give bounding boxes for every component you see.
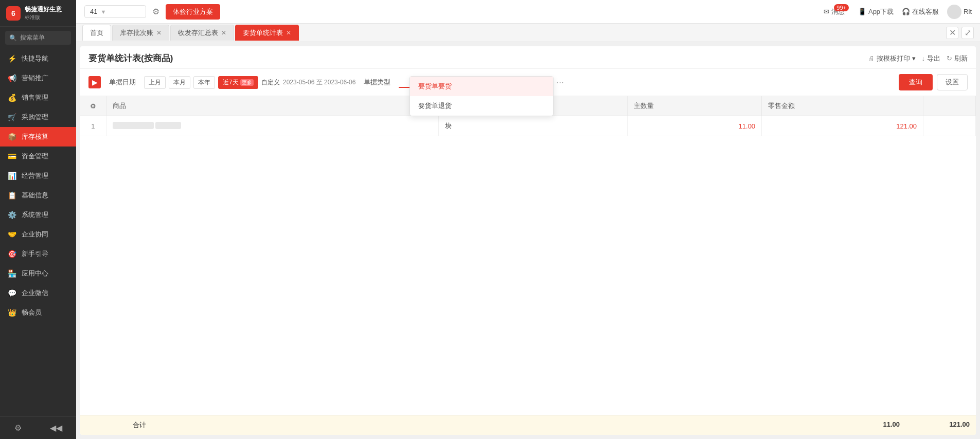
export-button[interactable]: ↓ 导出 <box>922 54 941 63</box>
sidebar-item-basics[interactable]: 📋 基础信息 <box>0 186 76 205</box>
cell-extra <box>923 116 976 136</box>
tab-label: 首页 <box>90 28 103 38</box>
inventory-icon: 📦 <box>7 133 16 141</box>
logo-subtitle: 标准版 <box>25 14 62 21</box>
tab-home[interactable]: 首页 <box>82 25 111 41</box>
user-avatar <box>947 5 961 19</box>
date-filter-label: 单据日期 <box>109 78 136 87</box>
sidebar-item-operations[interactable]: 📊 经营管理 <box>0 166 76 186</box>
sidebar-item-membership[interactable]: 👑 畅会员 <box>0 303 76 322</box>
date-range-display: 2023-05-06 至 2023-06-06 <box>283 78 355 87</box>
tab-receipts-summary[interactable]: 收发存汇总表✕ <box>170 25 234 41</box>
tab-inventory-batch[interactable]: 库存批次账✕ <box>112 25 169 41</box>
tab-label: 收发存汇总表 <box>178 28 218 38</box>
dropdown-option-requisition-order[interactable]: 要货单要货 <box>410 77 553 96</box>
messages-button[interactable]: ✉ 消息 99+ <box>824 7 845 16</box>
sidebar-item-newbie[interactable]: 🎯 新手引导 <box>0 244 76 264</box>
message-icon: ✉ <box>824 8 829 15</box>
sidebar-item-label: 快捷导航 <box>22 54 48 63</box>
sidebar-item-wechat[interactable]: 💬 企业微信 <box>0 283 76 303</box>
tab-label: 库存批次账 <box>120 28 153 38</box>
table-row: 1 块 11.00 121.00 <box>80 116 976 136</box>
cell-amount: 121.00 <box>762 116 923 136</box>
cell-goods <box>106 116 439 136</box>
refresh-icon: ↻ <box>947 54 952 62</box>
prev-month-btn[interactable]: 上月 <box>144 76 166 89</box>
message-badge: 99+ <box>834 4 849 11</box>
refresh-button[interactable]: ↻ 刷新 <box>947 54 968 63</box>
sidebar-item-sales[interactable]: 💰 销售管理 <box>0 88 76 107</box>
sidebar-item-label: 采购管理 <box>22 113 48 122</box>
settings-button[interactable]: 设置 <box>937 74 968 90</box>
sidebar-logo: 6 畅捷通好生意 标准版 <box>0 0 76 27</box>
date-filter-group: 上月 本月 本年 近7天 更多 自定义 2023-05-06 至 2023-06… <box>144 76 355 89</box>
print-label: 按模板打印 <box>877 54 910 63</box>
sidebar-item-label: 基础信息 <box>22 191 48 200</box>
curr-month-btn[interactable]: 本月 <box>169 76 190 89</box>
user-menu-button[interactable]: Rit <box>947 5 972 19</box>
export-label: 导出 <box>927 54 940 63</box>
sidebar-item-marketing[interactable]: 📢 营销推广 <box>0 68 76 88</box>
sidebar-item-label: 企业协同 <box>22 230 48 239</box>
close-all-tabs-button[interactable]: ✕ <box>946 27 958 39</box>
service-icon: 🎧 <box>902 8 910 15</box>
store-name: 41 <box>90 8 97 15</box>
logo-title: 畅捷通好生意 <box>25 5 62 14</box>
sidebar-item-finance[interactable]: 💳 资金管理 <box>0 147 76 166</box>
store-chevron-icon: ▼ <box>100 9 106 15</box>
page-content: 要货单统计表(按商品) 🖨 按模板打印 ▾ ↓ 导出 ↻ 刷新 ▶ <box>80 46 976 435</box>
type-filter-label: 单据类型 <box>364 78 390 87</box>
sidebar-item-inventory[interactable]: 📦 库存核算 <box>0 127 76 147</box>
more-date-btn[interactable]: 近7天 更多 <box>218 76 258 89</box>
sidebar-item-label: 销售管理 <box>22 93 48 102</box>
query-button[interactable]: 查询 <box>899 74 933 90</box>
store-selector[interactable]: 41 ▼ <box>84 5 146 18</box>
expand-tabs-button[interactable]: ⤢ <box>961 27 974 39</box>
sidebar-nav: ⚡ 快捷导航 📢 营销推广 💰 销售管理 🛒 采购管理 📦 库存核算 💳 资金管… <box>0 49 76 416</box>
custom-date-btn[interactable]: 自定义 <box>261 78 280 87</box>
online-service-button[interactable]: 🎧 在线客服 <box>902 7 939 16</box>
app-download-button[interactable]: 📱 App下载 <box>858 7 894 16</box>
type-dropdown: 要货单要货要货单退货 <box>409 76 554 116</box>
sidebar-item-appstore[interactable]: 🏪 应用中心 <box>0 264 76 283</box>
topbar: 41 ▼ ⚙ 体验行业方案 ✉ 消息 99+ 📱 App下载 🎧 在线客服 Ri… <box>76 0 980 24</box>
tab-close-icon[interactable]: ✕ <box>286 30 291 36</box>
table-container: ⚙ 商品 主计量单位 主数量 零售金额 1 块 11.00 121.00 <box>80 96 976 415</box>
sidebar-item-label: 畅会员 <box>22 308 42 317</box>
app-icon: 📱 <box>858 8 866 15</box>
warehouse-more-icon[interactable]: ··· <box>556 77 564 88</box>
th-extra <box>923 96 976 116</box>
collapse-icon[interactable]: ◀◀ <box>46 421 66 435</box>
tabbar-end: ✕ ⤢ <box>946 27 974 39</box>
appstore-icon: 🏪 <box>7 269 16 278</box>
sidebar: 6 畅捷通好生意 标准版 🔍 搜索菜单 ⚡ 快捷导航 📢 营销推广 💰 销售管理… <box>0 0 76 439</box>
dropdown-option-requisition-return[interactable]: 要货单退货 <box>410 96 553 116</box>
tab-close-icon[interactable]: ✕ <box>156 30 162 36</box>
topbar-gear-icon[interactable]: ⚙ <box>152 7 159 16</box>
cell-qty: 11.00 <box>628 116 762 136</box>
sidebar-item-purchase[interactable]: 🛒 采购管理 <box>0 107 76 127</box>
sidebar-item-label: 经营管理 <box>22 171 48 180</box>
warehouse-filter-group: ··· <box>556 77 564 88</box>
curr-year-btn[interactable]: 本年 <box>193 76 215 89</box>
trial-btn[interactable]: 体验行业方案 <box>166 4 220 20</box>
search-menu-button[interactable]: 🔍 搜索菜单 <box>5 31 71 45</box>
sidebar-item-cooperation[interactable]: 🤝 企业协同 <box>0 225 76 244</box>
sidebar-item-quick-nav[interactable]: ⚡ 快捷导航 <box>0 49 76 68</box>
cooperation-icon: 🤝 <box>7 230 16 239</box>
footer-qty: 11.00 <box>848 420 900 430</box>
app-label: App下载 <box>868 7 894 16</box>
settings-icon[interactable]: ⚙ <box>10 421 26 435</box>
finance-icon: 💳 <box>7 152 16 160</box>
th-amount: 零售金额 <box>762 96 923 116</box>
page-header-actions: 🖨 按模板打印 ▾ ↓ 导出 ↻ 刷新 <box>868 54 968 63</box>
th-settings[interactable]: ⚙ <box>80 96 106 116</box>
filter-expand-button[interactable]: ▶ <box>88 76 101 88</box>
main-content: 41 ▼ ⚙ 体验行业方案 ✉ 消息 99+ 📱 App下载 🎧 在线客服 Ri… <box>76 0 980 439</box>
sidebar-item-system[interactable]: ⚙️ 系统管理 <box>0 205 76 225</box>
tab-requisition-stats[interactable]: 要货单统计表✕ <box>235 25 299 41</box>
print-template-button[interactable]: 🖨 按模板打印 ▾ <box>868 54 916 63</box>
topbar-right: ✉ 消息 99+ 📱 App下载 🎧 在线客服 Rit <box>824 5 972 19</box>
tab-close-icon[interactable]: ✕ <box>221 30 226 36</box>
wechat-icon: 💬 <box>7 289 16 297</box>
